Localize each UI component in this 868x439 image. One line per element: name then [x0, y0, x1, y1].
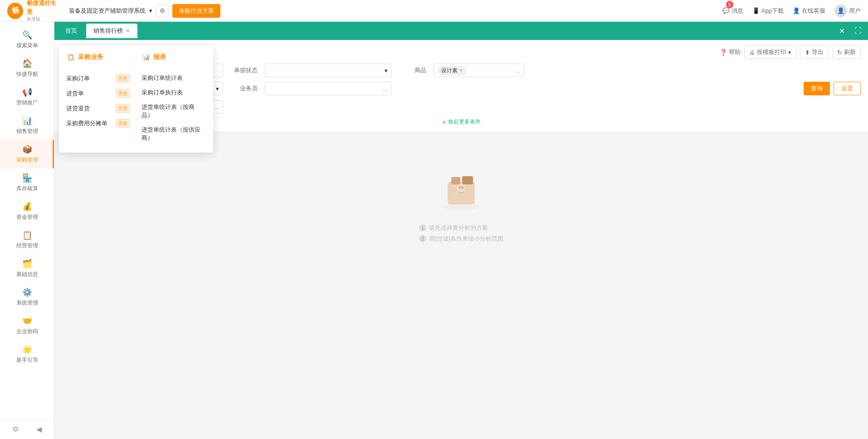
salesperson-select[interactable]: ...	[265, 82, 392, 95]
tab-home[interactable]: 首页	[58, 24, 84, 38]
basic-icon: 🗂️	[22, 259, 32, 269]
sales-icon: 📊	[22, 116, 32, 126]
logo-area: 畅 畅捷通好生意 标准版	[7, 0, 62, 22]
tab-bar: 首页 销售排行榜 ✕ ✕ ⛶	[54, 22, 868, 40]
collapse-btn[interactable]: ∧ 收起更多条件	[442, 118, 481, 126]
tab-maximize-btn[interactable]: ⛶	[852, 25, 864, 37]
print-template-btn[interactable]: 🖨 按模板打印 ▾	[744, 45, 796, 59]
sidebar-item-marketing[interactable]: 📢 营销推广	[0, 83, 54, 111]
sidebar-collapse-btn[interactable]: ◀	[36, 425, 42, 434]
empty-tips: 1 请先选择要分析的方案 2 用[过滤]条件来缩小分析范围	[419, 224, 503, 246]
help-icon: ❓	[720, 49, 727, 56]
empty-state: 1 请先选择要分析的方案 2 用[过滤]条件来缩小分析范围	[54, 132, 868, 282]
sidebar-item-operation[interactable]: 📋 经营管理	[0, 226, 54, 254]
chevron-down-icon: ▾	[788, 49, 791, 56]
salesperson-label: 业务员	[230, 84, 258, 93]
guide-icon: 🌟	[22, 345, 32, 355]
svg-rect-2	[451, 177, 460, 184]
goods-select[interactable]: 设计素 × ...	[434, 64, 524, 77]
operation-icon: 📋	[22, 230, 32, 240]
set-btn[interactable]: 设置	[834, 82, 861, 95]
sidebar-item-guide[interactable]: 🌟 新手引导	[0, 340, 54, 369]
inventory-icon: 🏪	[22, 173, 32, 183]
customer-dots[interactable]: ...	[214, 104, 219, 110]
doc-status-label: 单据状态	[230, 66, 258, 74]
purchase-expense-badge: 历史	[116, 119, 130, 128]
top-bar-right: 💬 5 消息 📱 App下载 👤 在线客服 👤 用户	[722, 5, 861, 17]
report-col-icon: 📊	[141, 53, 151, 62]
salesperson-dots[interactable]: ...	[383, 85, 388, 92]
marketing-icon: 📢	[22, 87, 32, 97]
purchase-order-exec-item[interactable]: 采购订单执行表	[141, 85, 200, 100]
sidebar-item-basic[interactable]: 🗂️ 基础信息	[0, 254, 54, 283]
tab-bar-right: ✕ ⛶	[835, 25, 864, 37]
goods-label: 商品	[399, 66, 426, 74]
purchase-business-col: 📋 采购业务 采购订单 历史 进货单 历史 进货退货 历史 采购费用分摊单 历史	[66, 53, 136, 145]
return-goods-item[interactable]: 进货退货 历史	[66, 101, 130, 116]
system-title-area: 装备及固定资产辅助管理系统 ▾ ⚙ 体验行业方案	[69, 4, 722, 18]
gear-button[interactable]: ⚙	[156, 5, 169, 17]
message-btn[interactable]: 💬 5 消息	[722, 7, 743, 15]
top-bar: 畅 畅捷通好生意 标准版 装备及固定资产辅助管理系统 ▾ ⚙ 体验行业方案 💬 …	[0, 0, 868, 22]
purchase-col-title: 📋 采购业务	[66, 53, 130, 65]
chevron-down-icon: ▾	[216, 85, 219, 92]
incoming-by-supplier-item[interactable]: 进货单统计表（按供应商）	[141, 123, 200, 145]
sidebar: 🔍 搜索菜单 🏠 快捷导航 📢 营销推广 📊 销售管理 📦 采购管理 🏪 库存核…	[0, 22, 54, 439]
empty-tip-2: 2 用[过滤]条件来缩小分析范围	[419, 235, 503, 243]
export-btn[interactable]: ⬆ 导出	[800, 45, 829, 59]
purchase-order-stats-item[interactable]: 采购订单统计表	[141, 71, 200, 85]
tab-close-all-btn[interactable]: ✕	[835, 25, 848, 37]
purchase-icon: 📦	[22, 144, 32, 154]
app-download-btn[interactable]: 📱 App下载	[752, 7, 784, 15]
goods-tag-remove[interactable]: ×	[459, 67, 463, 74]
sidebar-settings-btn[interactable]: ⚙	[12, 425, 19, 434]
sidebar-item-inventory[interactable]: 🏪 库存核算	[0, 168, 54, 197]
empty-illustration	[434, 168, 488, 215]
finance-icon: 💰	[22, 202, 32, 212]
title-dropdown-btn[interactable]: ▾	[149, 7, 152, 14]
sidebar-item-system[interactable]: ⚙️ 系统管理	[0, 283, 54, 311]
query-btn[interactable]: 查询	[804, 82, 830, 95]
sidebar-bottom: ⚙ ◀	[0, 419, 54, 439]
return-goods-badge: 历史	[116, 104, 130, 113]
sidebar-item-search[interactable]: 🔍 搜索菜单	[0, 25, 54, 54]
sidebar-item-sales[interactable]: 📊 销售管理	[0, 111, 54, 140]
enterprise-icon: 🤝	[22, 316, 32, 326]
svg-point-5	[458, 186, 461, 189]
industry-btn[interactable]: 体验行业方案	[172, 4, 220, 18]
user-btn[interactable]: 👤 用户	[834, 5, 861, 17]
purchase-col-icon: 📋	[66, 53, 75, 62]
online-service-btn[interactable]: 👤 在线客服	[793, 7, 825, 15]
empty-svg	[434, 168, 488, 213]
purchase-order-item[interactable]: 采购订单 历史	[66, 71, 130, 86]
chevron-down-icon: ▾	[385, 67, 388, 74]
message-badge: 5	[726, 1, 733, 8]
report-col: 📊 报表 采购订单统计表 采购订单执行表 进货单统计表（按商品） 进货单统计表（…	[136, 53, 206, 145]
purchase-dropdown-menu: 📋 采购业务 采购订单 历史 进货单 历史 进货退货 历史 采购费用分摊单 历史	[59, 45, 213, 153]
collapse-icon: ∧	[442, 119, 446, 125]
sidebar-item-quick[interactable]: 🏠 快捷导航	[0, 54, 54, 83]
sidebar-item-enterprise[interactable]: 🤝 企业协同	[0, 311, 54, 340]
tab-sales-rank[interactable]: 销售排行榜 ✕	[86, 24, 137, 38]
help-btn[interactable]: ❓ 帮助	[720, 48, 741, 56]
refresh-icon: ↻	[837, 49, 842, 56]
home-icon: 🏠	[22, 59, 32, 69]
purchase-expense-item[interactable]: 采购费用分摊单 历史	[66, 116, 130, 131]
export-icon: ⬆	[805, 49, 810, 56]
svg-point-6	[461, 186, 464, 189]
search-icon: 🔍	[22, 30, 32, 40]
system-icon: ⚙️	[22, 287, 32, 297]
report-col-title: 📊 报表	[141, 53, 200, 65]
doc-status-select[interactable]: ▾	[265, 64, 392, 77]
incoming-order-item[interactable]: 进货单 历史	[66, 86, 130, 101]
goods-tag: 设计素 ×	[438, 66, 466, 75]
goods-dots[interactable]: ...	[515, 67, 520, 74]
sidebar-item-purchase[interactable]: 📦 采购管理	[0, 140, 54, 168]
incoming-by-goods-item[interactable]: 进货单统计表（按商品）	[141, 100, 200, 123]
refresh-btn[interactable]: ↻ 刷新	[832, 45, 861, 59]
tab-close-btn[interactable]: ✕	[126, 28, 130, 34]
logo-text: 畅捷通好生意 标准版	[27, 0, 62, 22]
sidebar-item-finance[interactable]: 💰 资金管理	[0, 197, 54, 226]
svg-rect-3	[462, 176, 473, 184]
user-avatar: 👤	[834, 5, 847, 17]
